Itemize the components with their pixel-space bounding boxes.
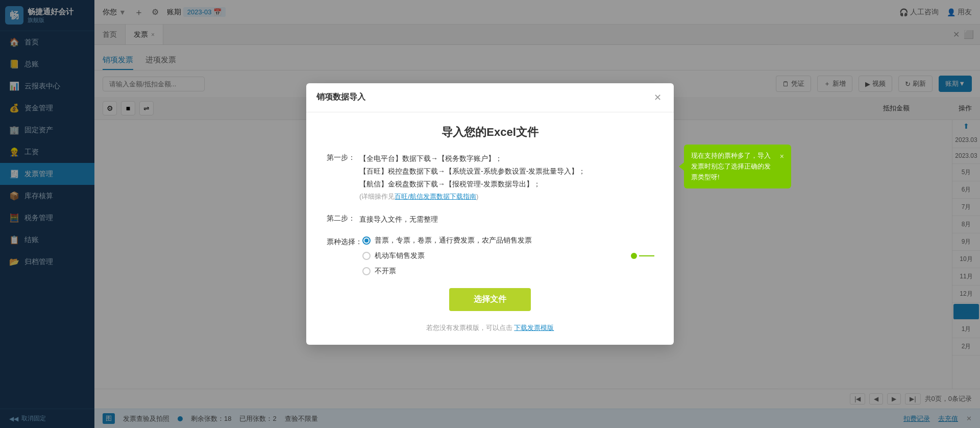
- step1: 第一步： 【全电平台】数据下载→【税务数字账户】； 【百旺】税控盘数据下载→【系…: [327, 152, 653, 203]
- step1-link: (详细操作见百旺/航信发票数据下载指南): [359, 191, 585, 202]
- ticket-label: 票种选择：: [327, 237, 362, 247]
- step2-label: 第二步：: [327, 214, 355, 223]
- modal-dialog: 销项数据导入 ✕ 导入您的Excel文件 第一步： 【全电平台】数据下载→【税务…: [306, 83, 674, 345]
- radio-label-3: 不开票: [375, 267, 396, 276]
- tooltip-close-btn[interactable]: ×: [780, 151, 784, 162]
- modal-title: 销项数据导入: [316, 92, 365, 103]
- ticket-select: 票种选择： 普票，专票，卷票，通行费发票，农产品销售发票 机动车销售: [327, 236, 653, 276]
- modal-body: 导入您的Excel文件 第一步： 【全电平台】数据下载→【税务数字账户】； 【百…: [306, 112, 674, 345]
- radio-label-1: 普票，专票，卷票，通行费发票，农产品销售发票: [375, 236, 532, 245]
- radio-circle-1: [362, 236, 371, 245]
- select-file-section: 选择文件: [327, 288, 653, 311]
- modal-main-title: 导入您的Excel文件: [327, 125, 653, 140]
- step1-label: 第一步：: [327, 153, 355, 162]
- step1-content: 【全电平台】数据下载→【税务数字账户】； 【百旺】税控盘数据下载→【系统设置-系…: [359, 152, 585, 203]
- modal-footer: 若您没有发票模版，可以点击 下载发票模版: [327, 323, 653, 332]
- radio-item-1[interactable]: 普票，专票，卷票，通行费发票，农产品销售发票: [362, 236, 532, 245]
- tooltip-connector: [631, 253, 654, 259]
- tooltip-dot: [631, 253, 637, 259]
- modal-overlay: 销项数据导入 ✕ 导入您的Excel文件 第一步： 【全电平台】数据下载→【税务…: [0, 0, 980, 428]
- step1-line3: 【航信】金税盘数据下载→【报税管理-发票数据导出】；: [359, 178, 585, 191]
- radio-circle-2: [362, 252, 371, 260]
- footer-text: 若您没有发票模版，可以点击: [426, 324, 512, 331]
- download-template-link[interactable]: 下载发票模版: [514, 324, 554, 331]
- step1-line2: 【百旺】税控盘数据下载→【系统设置-系统参数设置-发票批量导入】；: [359, 165, 585, 178]
- radio-group: 普票，专票，卷票，通行费发票，农产品销售发票 机动车销售发票: [362, 236, 532, 276]
- tooltip-text: 现在支持的票种多了，导入发票时别忘了选择正确的发票类型呀!: [691, 152, 771, 181]
- modal-close-btn[interactable]: ✕: [651, 91, 664, 104]
- step2-content: 直接导入文件，无需整理: [359, 213, 438, 226]
- ticket-row: 票种选择： 普票，专票，卷票，通行费发票，农产品销售发票 机动车销售: [327, 236, 653, 276]
- step2-text: 直接导入文件，无需整理: [359, 215, 438, 223]
- radio-item-3[interactable]: 不开票: [362, 267, 532, 276]
- select-file-btn[interactable]: 选择文件: [449, 288, 531, 311]
- modal-header: 销项数据导入 ✕: [306, 83, 674, 112]
- radio-label-2: 机动车销售发票: [375, 251, 425, 260]
- guide-link[interactable]: 百旺/航信发票数据下载指南: [395, 193, 476, 200]
- step2: 第二步： 直接导入文件，无需整理: [327, 213, 653, 226]
- tooltip-arrow: [679, 162, 684, 171]
- radio-circle-3: [362, 267, 371, 275]
- tooltip-line: [639, 255, 654, 256]
- radio-item-2[interactable]: 机动车销售发票: [362, 251, 532, 260]
- step1-line1: 【全电平台】数据下载→【税务数字账户】；: [359, 152, 585, 165]
- radio-dot-1: [364, 239, 369, 243]
- tooltip-bubble: × 现在支持的票种多了，导入发票时别忘了选择正确的发票类型呀!: [684, 145, 791, 188]
